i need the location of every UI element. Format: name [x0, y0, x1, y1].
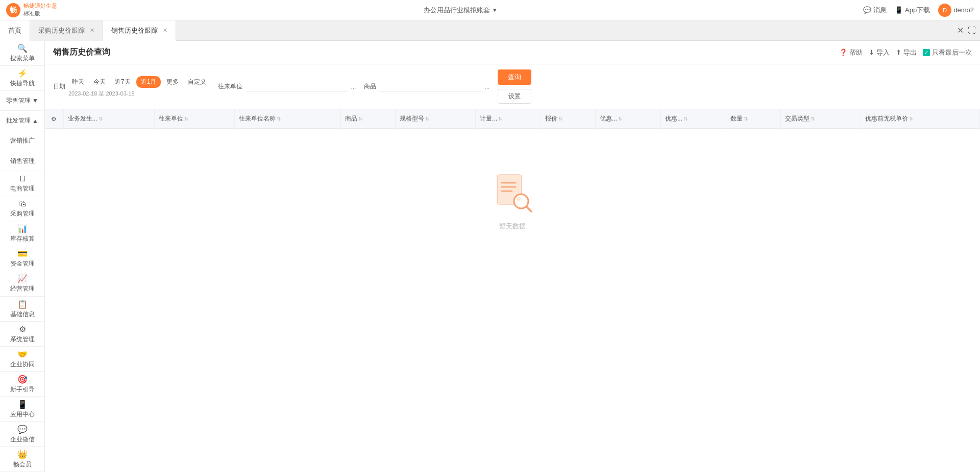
- th-pretax-price[interactable]: 优惠前无税单价⇅: [861, 109, 980, 129]
- th-unit[interactable]: 计量...⇅: [475, 109, 541, 129]
- enterprise-icon: 🤝: [17, 349, 28, 359]
- page-title: 销售历史价查询: [53, 47, 110, 58]
- th-spec[interactable]: 规格型号⇅: [395, 109, 475, 129]
- contact-ellipsis[interactable]: ...: [351, 83, 356, 90]
- window-maximize-btn[interactable]: ⛶: [968, 26, 976, 35]
- query-button[interactable]: 查询: [498, 69, 531, 85]
- date-btn-custom[interactable]: 自定义: [184, 76, 210, 88]
- settings-button[interactable]: 设置: [498, 89, 531, 104]
- tab-purchase-history[interactable]: 采购历史价跟踪 ✕: [30, 20, 103, 41]
- purchase-mgmt-label: 采购管理: [10, 209, 35, 218]
- tab-sales-history[interactable]: 销售历史价跟踪 ✕: [103, 20, 176, 41]
- th-quantity[interactable]: 数量⇅: [726, 109, 780, 129]
- inventory-icon: 📊: [17, 224, 28, 233]
- message-icon: 💬: [863, 6, 871, 14]
- th-contact-name[interactable]: 往来单位名称⇅: [235, 109, 341, 129]
- tab-home[interactable]: 首页: [0, 20, 30, 41]
- sidebar-item-quick-nav[interactable]: ⚡ 快捷导航: [0, 66, 44, 91]
- help-btn[interactable]: ❓ 帮助: [839, 48, 863, 57]
- date-btn-yesterday[interactable]: 昨天: [68, 76, 88, 88]
- logo-text: 畅捷通好生意 标准版: [23, 3, 57, 17]
- sidebar-item-enterprise[interactable]: 🤝 企业协同: [0, 347, 44, 372]
- logo-area: 畅 畅捷通好生意 标准版: [6, 3, 57, 17]
- date-btn-today[interactable]: 今天: [90, 76, 109, 88]
- sort-icon-biz-date: ⇅: [99, 116, 103, 122]
- sort-icon-unit: ⇅: [498, 116, 502, 122]
- tab-sales-history-label: 销售历史价跟踪: [111, 26, 158, 35]
- date-filter-label: 日期: [53, 82, 65, 91]
- date-range-display: 2023-02-18 至 2023-03-18: [68, 90, 210, 98]
- th-price[interactable]: 报价⇅: [541, 109, 595, 129]
- svg-line-5: [527, 207, 531, 211]
- filter-row: 日期 昨天 今天 近7天 近1月 更多 自定义 2023-02-18 至 202…: [53, 69, 972, 104]
- th-biz-date[interactable]: 业务发生...⇅: [63, 109, 154, 129]
- ecom-mgmt-icon: 🖥: [18, 174, 27, 183]
- basic-info-label: 基础信息: [10, 310, 35, 319]
- sidebar-item-quick-nav-label: 快捷导航: [10, 79, 35, 88]
- product-input[interactable]: [379, 82, 481, 91]
- product-ellipsis[interactable]: ...: [484, 83, 489, 90]
- sidebar-item-app-center[interactable]: 📱 应用中心: [0, 397, 44, 422]
- sidebar-item-operations[interactable]: 📈 经营管理: [0, 271, 44, 296]
- contact-input[interactable]: [246, 82, 348, 91]
- top-bar-left: 畅 畅捷通好生意 标准版: [6, 3, 57, 17]
- sidebar-item-marketing[interactable]: 营销推广: [0, 131, 44, 151]
- date-btn-group: 昨天 今天 近7天 近1月 更多 自定义: [68, 76, 210, 88]
- date-btn-last7[interactable]: 近7天: [111, 76, 134, 88]
- purchase-mgmt-icon: 🛍: [18, 199, 27, 208]
- sidebar-item-member[interactable]: 👑 畅会员: [0, 447, 44, 472]
- workspace-dropdown-icon[interactable]: ▾: [493, 6, 497, 14]
- tab-sales-history-close[interactable]: ✕: [163, 27, 167, 34]
- member-icon: 👑: [17, 450, 28, 459]
- workspace-title: 办公用品行业模拟账套: [424, 6, 490, 15]
- app-center-label: 应用中心: [10, 410, 35, 419]
- th-discount1[interactable]: 优惠...⇅: [595, 109, 660, 129]
- sidebar-item-ecom-mgmt[interactable]: 🖥 电商管理: [0, 171, 44, 196]
- sort-icon-contact-code: ⇅: [184, 116, 188, 122]
- contact-filter: 往来单位 ...: [218, 82, 356, 91]
- sidebar-item-retail-mgmt[interactable]: 零售管理 ▼: [0, 91, 44, 111]
- member-label: 畅会员: [13, 460, 32, 469]
- export-btn[interactable]: ⬆ 导出: [896, 48, 917, 57]
- date-btn-last1m[interactable]: 近1月: [136, 76, 161, 88]
- sidebar-item-sales-mgmt[interactable]: 销售管理: [0, 151, 44, 171]
- top-right: 💬 消息 📱 App下载 D demo2: [863, 4, 974, 17]
- th-settings[interactable]: ⚙: [45, 109, 63, 129]
- sidebar-item-search-menu[interactable]: 🔍 搜索菜单: [0, 41, 44, 66]
- page-actions: ❓ 帮助 ⬇ 导入 ⬆ 导出 ✓ 只看最后一次: [839, 48, 972, 57]
- window-close-btn[interactable]: ✕: [957, 26, 964, 35]
- user-menu[interactable]: D demo2: [938, 4, 974, 17]
- tab-purchase-history-close[interactable]: ✕: [90, 27, 94, 34]
- only-last-checkbox-label[interactable]: ✓ 只看最后一次: [923, 48, 972, 57]
- th-discount2[interactable]: 优惠...⇅: [660, 109, 726, 129]
- sidebar-item-enterprise-wechat[interactable]: 💬 企业微信: [0, 422, 44, 447]
- th-contact-code[interactable]: 往来单位⇅: [154, 109, 234, 129]
- filter-area: 日期 昨天 今天 近7天 近1月 更多 自定义 2023-02-18 至 202…: [45, 64, 980, 109]
- settings-gear-icon[interactable]: ⚙: [51, 115, 57, 123]
- tab-bar: 首页 采购历史价跟踪 ✕ 销售历史价跟踪 ✕ ✕ ⛶: [0, 20, 980, 41]
- sidebar-item-wholesale-mgmt[interactable]: 批发管理 ▲: [0, 111, 44, 131]
- date-btn-more[interactable]: 更多: [163, 76, 182, 88]
- sidebar-item-purchase-mgmt[interactable]: 🛍 采购管理: [0, 196, 44, 221]
- sidebar-item-newbie[interactable]: 🎯 新手引导: [0, 372, 44, 397]
- app-download-btn[interactable]: 📱 App下载: [895, 6, 930, 15]
- message-btn[interactable]: 💬 消息: [863, 6, 887, 15]
- table-container: ⚙ 业务发生...⇅ 往来单位⇅ 往来单位名称⇅ 商品⇅: [45, 109, 980, 472]
- sort-icon-discount1: ⇅: [618, 116, 622, 122]
- search-menu-icon: 🔍: [17, 43, 28, 53]
- sidebar-item-search-menu-label: 搜索菜单: [10, 54, 35, 63]
- workspace-selector[interactable]: 办公用品行业模拟账套 ▾: [424, 6, 497, 15]
- sidebar-item-finance[interactable]: 💳 资金管理: [0, 246, 44, 271]
- th-trade-type[interactable]: 交易类型⇅: [780, 109, 861, 129]
- main-layout: 🔍 搜索菜单 ⚡ 快捷导航 零售管理 ▼ 批发管理 ▲ 营销推广 销售管理 🖥 …: [0, 41, 980, 472]
- import-btn[interactable]: ⬇ 导入: [869, 48, 890, 57]
- tab-purchase-history-label: 采购历史价跟踪: [38, 26, 85, 35]
- avatar: D: [938, 4, 951, 17]
- sort-icon-contact-name: ⇅: [277, 116, 281, 122]
- sidebar-item-sys-mgmt[interactable]: ⚙ 系统管理: [0, 322, 44, 347]
- sidebar-item-basic-info[interactable]: 📋 基础信息: [0, 297, 44, 322]
- sidebar-item-inventory[interactable]: 📊 库存核算: [0, 221, 44, 246]
- th-product[interactable]: 商品⇅: [340, 109, 395, 129]
- retail-mgmt-arrow: ▼: [32, 97, 38, 104]
- only-last-checkbox[interactable]: ✓: [923, 49, 930, 56]
